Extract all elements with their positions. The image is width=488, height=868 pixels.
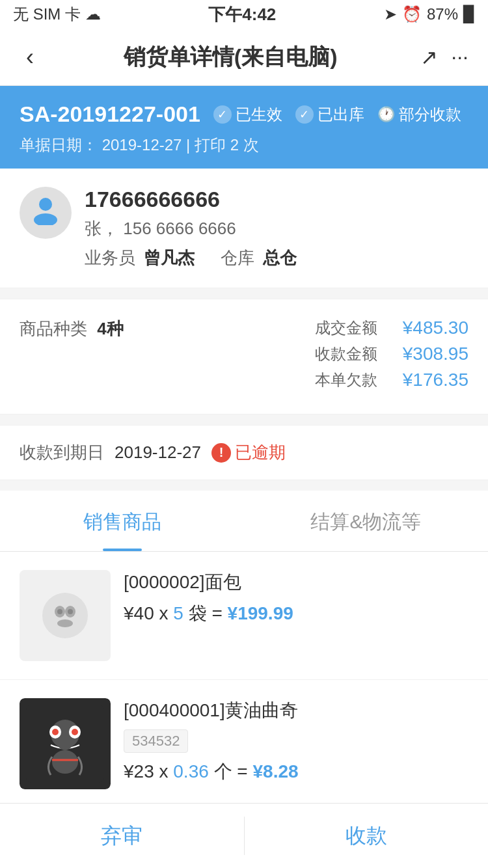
collect-payment-button[interactable]: 收款	[245, 804, 489, 868]
tab-settlement[interactable]: 结算&物流等	[244, 491, 488, 551]
order-date-label: 单据日期：	[20, 136, 98, 154]
product-multiply-2: x	[159, 761, 174, 781]
cancel-review-button[interactable]: 弃审	[0, 804, 244, 868]
customer-name: 17666666666	[85, 187, 468, 212]
received-amount-value: ¥308.95	[390, 344, 468, 364]
customer-contact-label: 张，	[85, 219, 118, 238]
order-date: 2019-12-27	[102, 136, 182, 154]
product-type-label: 商品种类	[20, 319, 87, 338]
avatar-icon	[29, 193, 62, 233]
status-partial-payment: 🕐 部分收款	[377, 104, 461, 125]
sim-status: 无 SIM 卡 ☁	[13, 4, 101, 25]
received-amount-label: 收款金额	[315, 344, 377, 364]
summary-right: 成交金额 ¥485.30 收款金额 ¥308.95 本单欠款 ¥176.35	[315, 318, 468, 396]
status-partial-label: 部分收款	[399, 104, 461, 125]
received-amount-row: 收款金额 ¥308.95	[315, 344, 468, 364]
back-button[interactable]: ‹	[20, 37, 40, 77]
status-shipped-label: 已出库	[318, 104, 364, 125]
status-left: 无 SIM 卡 ☁	[13, 4, 101, 25]
nav-actions: ↗ ···	[420, 45, 468, 70]
product-total-2: ¥8.28	[252, 761, 298, 781]
status-effective: ✓ 已生效	[213, 104, 282, 125]
product-name-1: [0000002]面包	[124, 570, 468, 595]
due-section: 收款到期日 2019-12-27 ! 已逾期	[0, 425, 488, 480]
svg-point-6	[68, 609, 73, 614]
product-item: [0000002]面包 ¥40 x 5 袋 = ¥199.99	[0, 552, 488, 680]
svg-point-2	[42, 593, 88, 638]
summary-section: 商品种类 4种 成交金额 ¥485.30 收款金额 ¥308.95 本单欠款 ¥…	[0, 299, 488, 414]
product-name-2: [000400001]黄油曲奇	[124, 698, 468, 723]
svg-point-7	[57, 619, 73, 627]
product-qty-2: 0.36	[173, 761, 209, 781]
tab-sales-products-label: 销售商品	[83, 511, 161, 532]
owed-amount-row: 本单欠款 ¥176.35	[315, 370, 468, 390]
svg-point-5	[57, 609, 62, 614]
product-image-2	[20, 698, 111, 789]
summary-left: 商品种类 4种	[20, 318, 124, 343]
tabs-row: 销售商品 结算&物流等	[0, 491, 488, 552]
page-title: 销货单详情(来自电脑)	[124, 42, 338, 72]
product-type-field: 商品种类 4种	[20, 318, 124, 340]
tabs-section: 销售商品 结算&物流等	[0, 491, 488, 552]
order-header: SA-20191227-001 ✓ 已生效 ✓ 已出库 🕐 部分收款 单据日期：…	[0, 86, 488, 169]
product-price-2: ¥23	[124, 761, 154, 781]
overdue-icon: !	[211, 443, 231, 463]
status-right: ➤ ⏰ 87% ▉	[384, 5, 475, 23]
customer-phone: 156 6666 6666	[123, 219, 236, 238]
salesman-field: 业务员 曾凡杰	[85, 247, 195, 269]
svg-point-13	[72, 729, 78, 735]
battery-icon: ▉	[463, 5, 475, 23]
product-info-1: [0000002]面包 ¥40 x 5 袋 = ¥199.99	[124, 570, 468, 626]
summary-row: 商品种类 4种 成交金额 ¥485.30 收款金额 ¥308.95 本单欠款 ¥…	[20, 318, 468, 396]
product-unit-2: 个	[214, 761, 232, 781]
warehouse-value: 总仓	[263, 248, 297, 267]
due-date-label: 收款到期日	[20, 441, 104, 464]
customer-extra: 业务员 曾凡杰 仓库 总仓	[85, 247, 468, 269]
status-bar: 无 SIM 卡 ☁ 下午4:42 ➤ ⏰ 87% ▉	[0, 0, 488, 29]
check-icon-2: ✓	[295, 105, 314, 124]
avatar	[20, 187, 72, 239]
alarm-icon: ⏰	[402, 5, 422, 23]
product-price-row-2: ¥23 x 0.36 个 = ¥8.28	[124, 759, 468, 784]
customer-contact: 张， 156 6666 6666	[85, 217, 468, 240]
svg-point-0	[39, 198, 52, 211]
product-unit-1: 袋	[189, 603, 207, 623]
tab-settlement-label: 结算&物流等	[310, 511, 421, 532]
product-multiply-1: x	[159, 603, 174, 623]
tab-sales-products[interactable]: 销售商品	[0, 491, 244, 551]
deal-amount-label: 成交金额	[315, 318, 377, 338]
product-list: [0000002]面包 ¥40 x 5 袋 = ¥199.99	[0, 552, 488, 808]
product-price-row-1: ¥40 x 5 袋 = ¥199.99	[124, 601, 468, 626]
more-icon[interactable]: ···	[451, 45, 468, 69]
check-icon-1: ✓	[213, 105, 232, 124]
status-effective-label: 已生效	[236, 104, 282, 125]
customer-section: 17666666666 张， 156 6666 6666 业务员 曾凡杰 仓库 …	[0, 169, 488, 288]
product-equals-2: =	[237, 761, 252, 781]
product-thumb-1	[20, 570, 111, 661]
order-id: SA-20191227-001	[20, 102, 200, 127]
product-thumb-2	[20, 698, 111, 789]
product-equals-1: =	[211, 603, 227, 623]
customer-info: 17666666666 张， 156 6666 6666 业务员 曾凡杰 仓库 …	[85, 187, 468, 269]
order-meta: 单据日期： 2019-12-27 | 打印 2 次	[20, 135, 468, 156]
product-total-1: ¥199.99	[228, 603, 293, 623]
clock-icon: 🕐	[377, 106, 395, 123]
overdue-text: 已逾期	[235, 441, 286, 464]
warehouse-label: 仓库	[221, 248, 254, 267]
svg-point-12	[52, 729, 59, 735]
owed-amount-label: 本单欠款	[315, 370, 377, 390]
share-icon[interactable]: ↗	[420, 45, 438, 70]
status-shipped: ✓ 已出库	[295, 104, 364, 125]
warehouse-field: 仓库 总仓	[221, 247, 297, 269]
product-sku-2: 534532	[124, 729, 188, 753]
deal-amount-row: 成交金额 ¥485.30	[315, 318, 468, 338]
due-date-value: 2019-12-27	[115, 442, 201, 463]
svg-point-14	[52, 750, 78, 774]
product-item-2: [000400001]黄油曲奇 534532 ¥23 x 0.36 个 = ¥8…	[0, 680, 488, 808]
status-time: 下午4:42	[208, 3, 276, 26]
bottom-bar: 弃审 收款	[0, 803, 488, 868]
owed-amount-value: ¥176.35	[390, 370, 468, 390]
product-type-value: 4种	[97, 319, 123, 338]
print-info: | 打印 2 次	[186, 136, 259, 154]
product-qty-1: 5	[173, 603, 183, 623]
